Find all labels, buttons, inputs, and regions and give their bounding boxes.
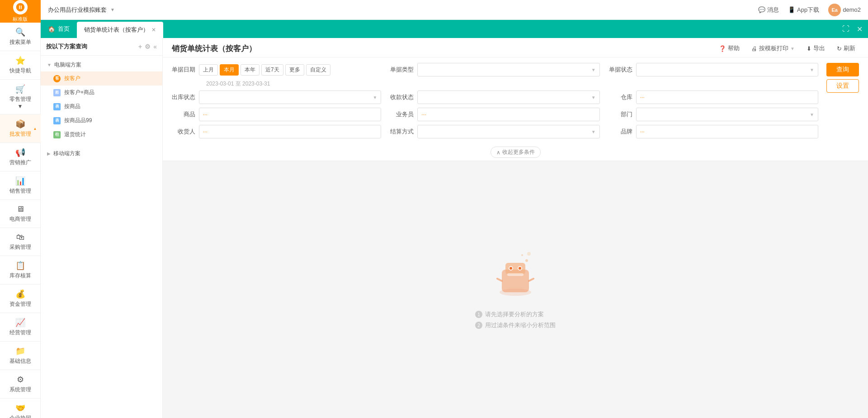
group-pc-arrow: ▼ xyxy=(47,62,52,67)
sidebar-item-inventory[interactable]: 📋 库存核算 xyxy=(0,256,41,285)
quick-nav-icon: ⭐ xyxy=(2,56,38,66)
sidebar-item-system[interactable]: ⚙ 系统管理 xyxy=(0,370,41,399)
sidebar-item-search[interactable]: 🔍 搜索菜单 xyxy=(0,23,41,51)
this-year-btn[interactable]: 本年 xyxy=(241,64,259,76)
sidebar-item-operation-label: 经营管理 xyxy=(2,329,38,337)
settle-label: 结算方式 xyxy=(390,128,414,136)
tab-close-sales-stats[interactable]: ✕ xyxy=(151,27,156,33)
sidebar-item-ecommerce[interactable]: 🖥 电商管理 xyxy=(0,200,41,228)
query-button[interactable]: 查询 xyxy=(826,63,859,76)
dept-select[interactable]: ▼ xyxy=(636,108,818,121)
tab-home[interactable]: 🏠 首页 xyxy=(41,20,77,38)
sidebar-item-purchase[interactable]: 🛍 采购管理 xyxy=(0,228,41,256)
app-title: 办公用品行业模拟账套 xyxy=(48,6,107,14)
this-month-btn[interactable]: 本月 xyxy=(220,64,239,76)
product-select[interactable]: ··· xyxy=(199,108,381,121)
warehouse-label: 仓库 xyxy=(609,93,632,101)
svg-point-5 xyxy=(509,267,512,270)
filter-section: 单据日期 上月 本月 本年 近7天 更多 自定义 单据类型 xyxy=(163,57,868,144)
out-status-select[interactable]: ▼ xyxy=(199,90,381,104)
receiver-select[interactable]: ··· xyxy=(199,125,381,138)
staff-select[interactable]: ··· xyxy=(417,108,599,121)
settings-button[interactable]: 设置 xyxy=(826,79,859,93)
export-button[interactable]: ⬇ 导出 xyxy=(803,43,829,54)
operation-icon: 📈 xyxy=(2,318,38,328)
home-icon: 🏠 xyxy=(48,26,55,33)
sidebar-item-base[interactable]: 📁 基础信息 xyxy=(0,342,41,370)
topbar-right: 💬 消息 📱 App下载 Ea demo2 xyxy=(758,4,861,16)
sidebar-item-sales[interactable]: 📊 销售管理 xyxy=(0,171,41,200)
scheme-item-by-customer-product[interactable]: 图 按客户+商品 xyxy=(41,86,162,100)
empty-state-illustration xyxy=(488,247,542,301)
type-select[interactable]: ▼ xyxy=(417,63,599,76)
sidebar-item-wholesale[interactable]: 📦 批发管理 xyxy=(0,114,41,143)
panel-settings-button[interactable]: ⚙ xyxy=(145,43,151,50)
user-profile[interactable]: Ea demo2 xyxy=(828,4,861,16)
filter-row-4: 收货人 ··· 结算方式 ▼ xyxy=(172,125,818,138)
left-panel-header: 按以下方案查询 + ⚙ « xyxy=(41,38,162,56)
scheme-item-by-product-99[interactable]: 表 按商品品99 xyxy=(41,114,162,128)
collapse-button[interactable]: ∧ 收起更多条件 xyxy=(491,147,541,158)
last-month-btn[interactable]: 上月 xyxy=(199,64,218,76)
scheme-group-mobile-header[interactable]: ▶ 移动端方案 xyxy=(41,147,162,160)
tab-close-all[interactable]: ✕ xyxy=(857,25,863,33)
svg-point-6 xyxy=(519,267,521,270)
topbar: 办公用品行业模拟账套 ▼ 💬 消息 📱 App下载 Ea demo2 xyxy=(41,0,868,20)
pay-status-select[interactable]: ▼ xyxy=(417,90,599,104)
filter-dept-cell: 部门 ▼ xyxy=(609,108,818,121)
scheme-item-by-customer[interactable]: 客 按客户 xyxy=(41,71,162,86)
warehouse-select[interactable]: ··· xyxy=(636,90,818,104)
sidebar-item-quick-nav[interactable]: ⭐ 快捷导航 xyxy=(0,51,41,80)
scheme-item-by-product[interactable]: 表 按商品 xyxy=(41,100,162,114)
brand-label: 品牌 xyxy=(609,128,632,136)
base-icon: 📁 xyxy=(2,346,38,356)
inventory-icon: 📋 xyxy=(2,261,38,271)
app-title-dropdown[interactable]: ▼ xyxy=(110,7,115,12)
custom-date-btn[interactable]: 自定义 xyxy=(306,64,330,76)
panel-collapse-button[interactable]: « xyxy=(153,43,157,50)
dept-label: 部门 xyxy=(609,110,632,119)
app-download-button[interactable]: 📱 App下载 xyxy=(788,6,819,14)
message-button[interactable]: 💬 消息 xyxy=(758,6,779,14)
message-label: 消息 xyxy=(767,6,779,14)
tabbar: 🏠 首页 销货单统计表（按客户） ✕ ⛶ ✕ xyxy=(41,20,868,38)
filter-settle-cell: 结算方式 ▼ xyxy=(390,125,599,138)
topbar-left: 办公用品行业模拟账套 ▼ xyxy=(48,6,115,14)
panel-add-button[interactable]: + xyxy=(138,43,142,50)
sidebar: 标准版 🔍 搜索菜单 ⭐ 快捷导航 🛒 零售管理 📦 批发管理 📢 营销推广 📊… xyxy=(0,0,41,418)
app-download-label: App下载 xyxy=(797,6,819,14)
sidebar-item-retail[interactable]: 🛒 零售管理 xyxy=(0,80,41,114)
status-select[interactable]: ▼ xyxy=(636,63,818,76)
staff-label: 业务员 xyxy=(390,110,414,119)
sidebar-item-finance[interactable]: 💰 资金管理 xyxy=(0,285,41,313)
scheme-label-by-customer-product: 按客户+商品 xyxy=(64,89,94,96)
tab-sales-stats[interactable]: 销货单统计表（按客户） ✕ xyxy=(77,22,163,38)
wholesale-icon: 📦 xyxy=(2,119,38,129)
filter-row-2: 出库状态 ▼ 收款状态 ▼ xyxy=(172,90,818,104)
retail-icon: 🛒 xyxy=(2,84,38,94)
purchase-icon: 🛍 xyxy=(2,233,38,242)
print-button[interactable]: 🖨 按模板打印 ▼ xyxy=(748,43,798,54)
sidebar-item-purchase-label: 采购管理 xyxy=(2,243,38,251)
sidebar-item-base-label: 基础信息 xyxy=(2,357,38,365)
sidebar-item-enterprise[interactable]: 🤝 企业协同 xyxy=(0,399,41,418)
help-button[interactable]: ❓ 帮助 xyxy=(715,43,743,54)
scheme-item-return-stats[interactable]: 柱 退货统计 xyxy=(41,128,162,142)
date-range-text: 2023-03-01 至 2023-03-31 xyxy=(206,81,270,87)
brand-select[interactable]: ··· xyxy=(636,125,818,138)
print-dropdown-icon: ▼ xyxy=(790,46,795,51)
scheme-group-pc-header[interactable]: ▼ 电脑端方案 xyxy=(41,58,162,71)
tab-maximize-button[interactable]: ⛶ xyxy=(842,25,849,33)
refresh-button[interactable]: ↻ 刷新 xyxy=(833,43,859,54)
filter-status-cell: 单据状态 ▼ xyxy=(609,63,818,76)
last-7-days-btn[interactable]: 近7天 xyxy=(261,64,283,76)
sidebar-item-marketing[interactable]: 📢 营销推广 xyxy=(0,143,41,171)
svg-line-9 xyxy=(529,279,533,281)
sidebar-item-operation[interactable]: 📈 经营管理 xyxy=(0,313,41,342)
username-label: demo2 xyxy=(843,6,861,13)
scheme-label-by-product-99: 按商品品99 xyxy=(64,117,92,124)
export-icon: ⬇ xyxy=(807,45,811,52)
settle-select[interactable]: ▼ xyxy=(417,125,599,138)
type-dropdown-arrow: ▼ xyxy=(591,67,596,72)
more-date-btn[interactable]: 更多 xyxy=(285,64,304,76)
